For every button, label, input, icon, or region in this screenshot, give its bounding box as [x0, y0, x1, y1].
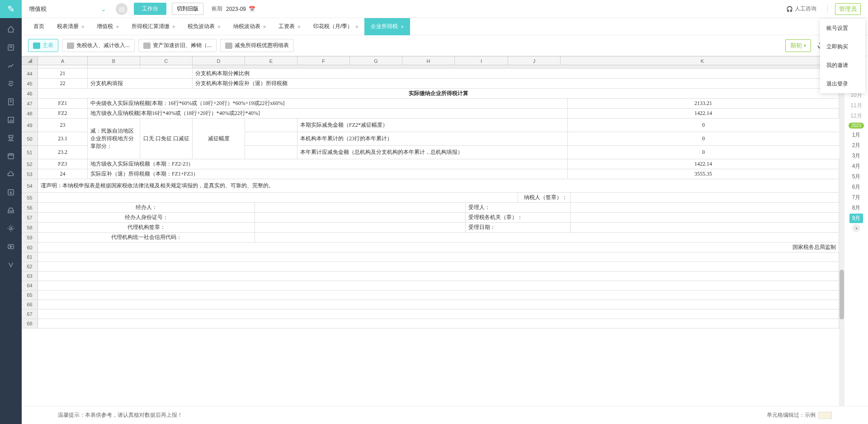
- support-label: 人工咨询: [795, 5, 816, 13]
- support-link[interactable]: 🎧 人工咨询: [786, 5, 816, 13]
- tab-stamp-tax[interactable]: 印花税（月/季）×: [307, 18, 365, 19]
- tab-income-settle[interactable]: 所得税汇算清缴×: [125, 18, 181, 19]
- period-value[interactable]: 2023-09: [226, 6, 246, 12]
- admin-button[interactable]: 管理员: [835, 3, 861, 15]
- feather-icon: ✎: [7, 4, 15, 14]
- logo[interactable]: ✎: [0, 0, 22, 18]
- tab-tax-burden[interactable]: 税负波动表×: [181, 18, 226, 19]
- divider: [827, 5, 828, 13]
- headset-icon: 🎧: [786, 6, 793, 12]
- workbench-button[interactable]: 工作台: [134, 3, 166, 15]
- tab-corp-income-tax[interactable]: 企业所得税×: [364, 18, 410, 19]
- tax-select[interactable]: 增值税 ⌄: [22, 5, 112, 13]
- tab-salary[interactable]: 工资表×: [272, 18, 307, 19]
- tab-tax-list[interactable]: 税表清册×: [51, 18, 90, 19]
- tax-title: 增值税: [29, 5, 47, 13]
- top-header: ✎ 增值税 ⌄ ▤ 工作台 切到旧版 账期 2023-09 📅 🎧 人工咨询 管…: [0, 0, 868, 18]
- tab-vat[interactable]: 增值税×: [90, 18, 125, 19]
- calendar-icon[interactable]: 📅: [249, 6, 255, 12]
- switch-old-button[interactable]: 切到旧版: [172, 3, 203, 15]
- chevron-down-icon: ⌄: [101, 5, 106, 13]
- tab-home[interactable]: 首页: [27, 18, 51, 19]
- doc-icon[interactable]: ▤: [116, 3, 127, 15]
- period-label: 账期: [212, 5, 222, 13]
- tab-tax-fluct[interactable]: 纳税波动表×: [227, 18, 272, 19]
